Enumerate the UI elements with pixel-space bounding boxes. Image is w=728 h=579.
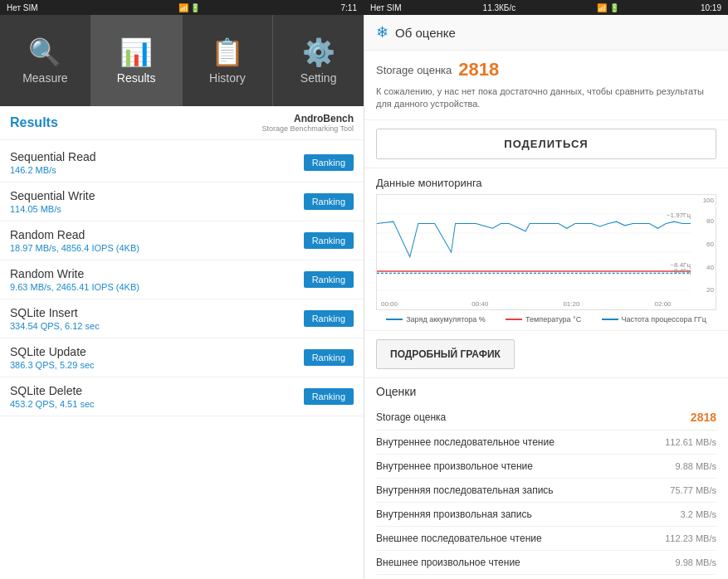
legend-cpu-label: Частота процессора ГГц <box>622 315 706 324</box>
legend-temp-dot <box>506 319 522 320</box>
monitoring-title: Данные мониторинга <box>376 177 716 189</box>
androbench-name: AndroBench <box>294 113 354 124</box>
ranking-button[interactable]: Ranking <box>304 349 354 366</box>
chart-y-label-20: 20 <box>706 286 714 294</box>
monitoring-chart: 100 80 60 40 20 ~1.97Гц ~8.4Гц ~8.4Гц 00… <box>376 194 716 310</box>
score-detail-row: Внешнее последовательное чтение 112.23 M… <box>376 527 716 551</box>
results-icon: 📊 <box>120 36 153 68</box>
tab-results[interactable]: 📊 Results <box>91 15 183 106</box>
score-detail-value: 112.23 MB/s <box>665 533 716 543</box>
ranking-button[interactable]: Ranking <box>304 310 354 327</box>
score-detail-value: 75.77 MB/s <box>670 485 716 495</box>
status-bar-right: Нет SIM 11.3КБ/с 📶 🔋 10:19 <box>364 0 728 15</box>
x-label-1: 00:40 <box>471 300 488 308</box>
freq-label-3: ~8.4Гц <box>670 267 691 275</box>
chart-y-label-60: 60 <box>706 241 714 248</box>
freq-label-1: ~1.97Гц <box>667 212 691 219</box>
left-panel: 🔍 Measure 📊 Results 📋 History ⚙️ Setting… <box>0 15 364 579</box>
result-info: SQLite Delete 453.2 QPS, 4.51 sec <box>10 384 95 409</box>
score-detail-value: 9.88 MB/s <box>675 461 716 471</box>
share-section: ПОДЕЛИТЬСЯ <box>364 120 728 168</box>
legend-battery-dot <box>386 319 403 320</box>
carrier-left: Нет SIM <box>7 3 38 12</box>
androbench-sub: Storage Benchmarking Tool <box>262 124 354 133</box>
result-info: SQLite Update 386.3 QPS, 5.29 sec <box>10 345 95 370</box>
results-title: Results <box>10 115 58 130</box>
chart-y-label-80: 80 <box>706 217 714 225</box>
tab-measure[interactable]: 🔍 Measure <box>0 15 91 106</box>
legend-cpu-dot <box>602 319 618 320</box>
tab-setting[interactable]: ⚙️ Setting <box>273 15 364 106</box>
score-detail-value: 9.98 MB/s <box>675 557 716 567</box>
time-right: 10:19 <box>701 3 721 12</box>
result-value: 386.3 QPS, 5.29 sec <box>10 360 95 370</box>
result-value: 114.05 MB/s <box>10 204 95 214</box>
score-detail-label: Внешнее произвольное чтение <box>376 557 675 568</box>
score-detail-value: 3.2 MB/s <box>681 509 716 519</box>
score-detail-row: Storage оценка 2818 <box>376 405 716 431</box>
score-detail-label: Storage оценка <box>376 411 691 423</box>
result-name: Random Write <box>10 267 139 280</box>
monitoring-section: Данные мониторинга 100 <box>364 168 728 331</box>
score-detail-label: Внутренняя произвольная запись <box>376 508 681 520</box>
setting-icon: ⚙️ <box>302 36 335 68</box>
share-button[interactable]: ПОДЕЛИТЬСЯ <box>376 129 716 159</box>
score-detail-row: Внутреннее последовательное чтение 112.6… <box>376 431 716 455</box>
ranking-button[interactable]: Ranking <box>304 271 354 288</box>
ranking-button[interactable]: Ranking <box>304 154 354 171</box>
scores-section: Оценки Storage оценка 2818 Внутреннее по… <box>364 378 728 579</box>
result-item: Sequential Read 146.2 MB/s Ranking <box>0 144 364 182</box>
result-value: 18.97 MB/s, 4856.4 IOPS (4KB) <box>10 243 139 253</box>
tab-history-label: History <box>209 71 246 85</box>
score-rows: Storage оценка 2818 Внутреннее последова… <box>376 405 716 575</box>
detailed-btn-section: ПОДРОБНЫЙ ГРАФИК <box>364 331 728 378</box>
result-info: Random Read 18.97 MB/s, 4856.4 IOPS (4KB… <box>10 228 139 253</box>
score-note: К сожалению, у нас нет пока достаточно д… <box>376 85 716 111</box>
score-detail-row: Внутреннее произвольное чтение 9.88 MB/s <box>376 455 716 479</box>
results-list: Sequential Read 146.2 MB/s Ranking Seque… <box>0 140 364 579</box>
result-value: 334.54 QPS, 6.12 sec <box>10 321 100 331</box>
result-name: Sequential Write <box>10 189 95 202</box>
score-detail-label: Внутреннее последовательное чтение <box>376 436 665 448</box>
ranking-button[interactable]: Ranking <box>304 388 354 405</box>
results-header: Results AndroBench Storage Benchmarking … <box>0 106 364 140</box>
result-name: SQLite Update <box>10 345 95 358</box>
status-bar-left: Нет SIM 📶 🔋 7:11 <box>0 0 364 15</box>
x-label-2: 01:20 <box>563 300 579 308</box>
result-item: Sequential Write 114.05 MB/s Ranking <box>0 182 364 221</box>
result-info: Random Write 9.63 MB/s, 2465.41 IOPS (4K… <box>10 267 139 292</box>
result-name: Random Read <box>10 228 139 241</box>
storage-label: Storage оценка <box>376 64 452 76</box>
detailed-button[interactable]: ПОДРОБНЫЙ ГРАФИК <box>376 339 515 369</box>
result-name: Sequential Read <box>10 150 96 163</box>
result-item: SQLite Update 386.3 QPS, 5.29 sec Rankin… <box>0 338 364 377</box>
score-section: Storage оценка 2818 К сожалению, у нас н… <box>364 51 728 120</box>
result-item: SQLite Insert 334.54 QPS, 6.12 sec Ranki… <box>0 299 364 338</box>
scores-title: Оценки <box>376 385 716 398</box>
tab-results-label: Results <box>117 71 156 85</box>
score-detail-label: Внутреннее произвольное чтение <box>376 460 675 472</box>
chart-y-label-40: 40 <box>706 264 714 271</box>
legend-cpu: Частота процессора ГГц <box>602 315 706 324</box>
legend-temp: Температура °C <box>506 315 581 324</box>
score-detail-label: Внешнее последовательное чтение <box>376 533 665 544</box>
result-value: 9.63 MB/s, 2465.41 IOPS (4KB) <box>10 282 139 292</box>
score-detail-row: Внутренняя произвольная запись 3.2 MB/s <box>376 503 716 527</box>
result-info: Sequential Read 146.2 MB/s <box>10 150 96 175</box>
result-value: 146.2 MB/s <box>10 165 96 175</box>
chart-y-label-100: 100 <box>703 197 714 204</box>
network-speed-right: 11.3КБ/с <box>483 3 516 12</box>
tab-measure-label: Measure <box>22 71 67 85</box>
legend-battery-label: Заряд аккумулятора % <box>406 315 486 324</box>
result-name: SQLite Delete <box>10 384 95 397</box>
tab-history[interactable]: 📋 History <box>183 15 274 106</box>
x-label-0: 00:00 <box>381 300 398 308</box>
ranking-button[interactable]: Ranking <box>304 193 354 210</box>
storage-value: 2818 <box>458 59 499 80</box>
ranking-button[interactable]: Ranking <box>304 232 354 249</box>
result-value: 453.2 QPS, 4.51 sec <box>10 399 95 409</box>
status-icons-right: 📶 🔋 <box>597 3 619 12</box>
score-detail-row: Внешнее произвольное чтение 9.98 MB/s <box>376 551 716 575</box>
androbench-logo: AndroBench Storage Benchmarking Tool <box>262 113 354 133</box>
nav-tabs: 🔍 Measure 📊 Results 📋 History ⚙️ Setting <box>0 15 364 106</box>
